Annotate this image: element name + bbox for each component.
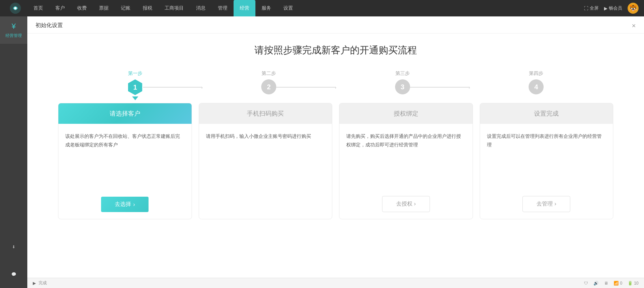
sidebar-download[interactable]: ⬇	[0, 233, 27, 261]
step-2-arrow: ›	[335, 86, 336, 90]
step-2-line: ›	[276, 87, 336, 88]
nav-settings[interactable]: 设置	[277, 0, 299, 16]
cards-row: 请选择客户 该处展示的客户为不在回收站、客户状态正常建账后完成老板端绑定的所有客…	[48, 103, 624, 219]
card-1-footer: 去选择 ›	[58, 190, 192, 219]
nav-message[interactable]: 消息	[190, 0, 212, 16]
step-3-label: 第三步	[395, 70, 410, 77]
wizard-container: 请按照步骤完成新客户的开通购买流程 第一步 1 ›	[27, 34, 644, 278]
nav-bizproject[interactable]: 工商项目	[158, 0, 190, 16]
top-nav: 首页 客户 收费 票据 记账 报税 工商项目 消息 管理 经营 服务 设置 ⛶ …	[0, 0, 644, 16]
step-2-indicator: 第二步 2 ›	[202, 70, 336, 94]
step-4-circle-row: 4	[470, 79, 603, 94]
step-2-label: 第二步	[262, 70, 276, 77]
card-3-footer: 去授权 ›	[339, 189, 473, 219]
card-2-header: 手机扫码购买	[199, 103, 332, 124]
layout: ¥ 经营管理 ⬇ 💬 初始化设置 × 请按照步骤完成新客户的开通购买流程	[0, 16, 644, 288]
step-2-circle: 2	[261, 79, 276, 94]
card-3-body: 请先购买，购买后选择开通的产品中的企业用户进行授权绑定，成功后即可进行经营管理	[339, 124, 473, 189]
nav-items: 首页 客户 收费 票据 记账 报税 工商项目 消息 管理 经营 服务 设置	[27, 0, 584, 16]
status-left: ▶ 完成	[33, 280, 47, 286]
nav-fee[interactable]: 收费	[71, 0, 93, 16]
nav-invoice[interactable]: 票据	[93, 0, 115, 16]
nav-customer[interactable]: 客户	[49, 0, 71, 16]
step-2-circle-row: 2 ›	[202, 79, 336, 94]
nav-right: ⛶ 全屏 ▶ 畅会员 🐯	[584, 3, 644, 14]
display-icon: 🖥	[604, 281, 608, 286]
fullscreen-btn[interactable]: ⛶ 全屏	[584, 5, 599, 11]
battery-status: 🔋 10	[628, 281, 639, 286]
step-1-circle-row: 1 ›	[68, 79, 202, 95]
go-authorize-button[interactable]: 去授权 ›	[382, 196, 430, 212]
step-1-circle: 1	[127, 79, 143, 95]
step-4-label: 第四步	[529, 70, 543, 77]
volume-icon: 🔊	[593, 281, 599, 286]
go-manage-label: 去管理 ›	[536, 200, 556, 208]
sidebar-support[interactable]: 💬	[0, 261, 27, 288]
card-1-body: 该处展示的客户为不在回收站、客户状态正常建账后完成老板端绑定的所有客户	[58, 124, 192, 190]
nav-operation[interactable]: 经营	[234, 0, 255, 16]
sidebar-item-label: 经营管理	[5, 33, 22, 39]
step-1-indicator: 第一步 1 ›	[68, 70, 202, 100]
step-card-1: 请选择客户 该处展示的客户为不在回收站、客户状态正常建账后完成老板端绑定的所有客…	[58, 103, 192, 219]
step-1-line: ›	[143, 87, 202, 88]
card-4-body: 设置完成后可以在管理列表进行所有企业用户的经营管理	[480, 124, 613, 189]
avatar[interactable]: 🐯	[628, 3, 639, 14]
step-1-arrow: ›	[201, 86, 203, 90]
support-icon: 💬	[11, 272, 16, 277]
go-authorize-label: 去授权 ›	[396, 200, 416, 208]
nav-accounting[interactable]: 记账	[115, 0, 137, 16]
vip-icon: ▶	[604, 6, 607, 11]
steps-indicator: 第一步 1 › 第二步 2	[48, 70, 624, 100]
step-card-2: 手机扫码购买 请用手机扫码，输入小微企业主账号密码进行购买	[199, 103, 333, 219]
sidebar-item-operation[interactable]: ¥ 经营管理	[0, 16, 27, 44]
fullscreen-icon: ⛶	[584, 6, 588, 11]
download-icon: ⬇	[12, 245, 15, 249]
page-header: 初始化设置 ×	[27, 16, 644, 34]
network-status: 📶 0	[614, 281, 622, 286]
svg-text:🐯: 🐯	[629, 4, 637, 12]
sidebar: ¥ 经营管理 ⬇ 💬	[0, 16, 27, 288]
step-3-circle-row: 3 ›	[336, 79, 470, 94]
go-manage-button[interactable]: 去管理 ›	[522, 196, 570, 212]
page-title: 初始化设置	[36, 22, 63, 29]
step-3-arrow: ›	[469, 86, 470, 90]
step-card-4: 设置完成 设置完成后可以在管理列表进行所有企业用户的经营管理 去管理 ›	[480, 103, 614, 219]
card-3-header: 授权绑定	[339, 103, 473, 124]
step-card-3: 授权绑定 请先购买，购买后选择开通的产品中的企业用户进行授权绑定，成功后即可进行…	[339, 103, 473, 219]
card-4-header: 设置完成	[480, 103, 613, 124]
close-button[interactable]: ×	[632, 22, 636, 29]
step-3-circle: 3	[395, 79, 410, 94]
logo	[3, 2, 27, 14]
step-4-indicator: 第四步 4	[470, 70, 603, 94]
go-select-arrow: ›	[133, 201, 135, 208]
wizard-title: 请按照步骤完成新客户的开通购买流程	[48, 44, 624, 57]
step-1-pointer	[132, 96, 138, 100]
go-select-button[interactable]: 去选择 ›	[101, 197, 149, 212]
nav-manage[interactable]: 管理	[212, 0, 234, 16]
svg-point-1	[14, 7, 16, 9]
card-1-header: 请选择客户	[58, 103, 192, 124]
status-right: 🛡 🔊 🖥 📶 0 🔋 10	[584, 281, 639, 286]
step-3-line: ›	[410, 87, 470, 88]
main-content: 初始化设置 × 请按照步骤完成新客户的开通购买流程 第一步 1 ›	[27, 16, 644, 288]
step-4-circle: 4	[529, 79, 544, 94]
vip-btn[interactable]: ▶ 畅会员	[604, 5, 622, 11]
card-4-footer: 去管理 ›	[480, 189, 613, 219]
go-select-label: 去选择	[115, 201, 131, 208]
nav-home[interactable]: 首页	[27, 0, 49, 16]
status-bar: ▶ 完成 🛡 🔊 🖥 📶 0 🔋 10	[27, 278, 644, 288]
shield-icon: 🛡	[584, 281, 588, 286]
status-text: 完成	[39, 280, 47, 286]
step-3-indicator: 第三步 3 ›	[336, 70, 470, 94]
card-2-footer	[199, 205, 332, 219]
nav-tax[interactable]: 报税	[137, 0, 158, 16]
card-2-body: 请用手机扫码，输入小微企业主账号密码进行购买	[199, 124, 332, 205]
sidebar-bottom: ⬇ 💬	[0, 233, 27, 288]
operation-icon: ¥	[12, 22, 16, 31]
nav-service[interactable]: 服务	[255, 0, 277, 16]
play-icon: ▶	[33, 281, 36, 286]
step-1-label: 第一步	[128, 70, 142, 77]
